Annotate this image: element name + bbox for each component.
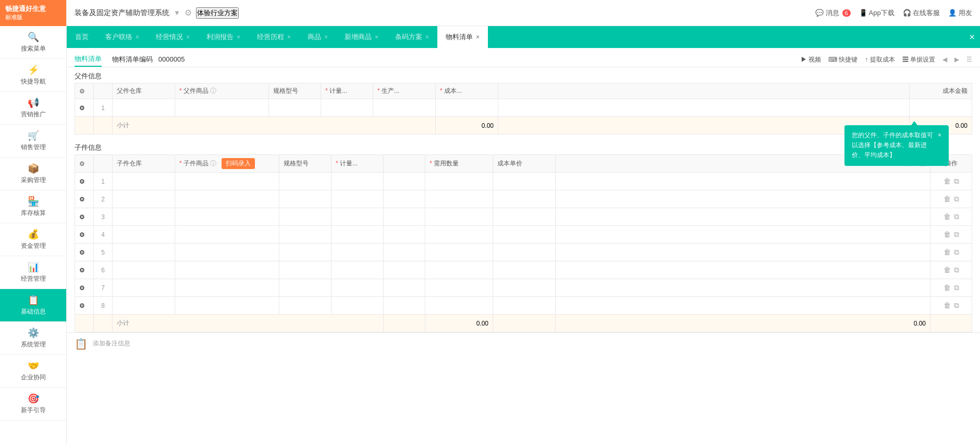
child-col-num [94, 155, 113, 173]
close-addgoods-tab[interactable]: × [375, 33, 378, 41]
close-operation-status-tab[interactable]: × [186, 33, 190, 41]
delete-row6-icon[interactable]: 🗑 [944, 266, 951, 274]
finance-icon: 💰 [28, 229, 39, 240]
tab-add-goods[interactable]: 新增商品 × [336, 26, 387, 48]
sidebar-label-basic: 基础信息 [21, 307, 46, 316]
nav-prev[interactable]: ◀ [942, 56, 947, 63]
sidebar-item-system[interactable]: ⚙️ 系统管理 [0, 322, 66, 355]
child-subtotal-quantity: 0.00 [425, 315, 493, 332]
parent-col-spec: 规格型号 [269, 83, 321, 99]
sidebar-item-finance[interactable]: 💰 资金管理 [0, 223, 66, 256]
extract-cost-btn[interactable]: ↑ 提取成本 [865, 55, 895, 64]
copy-row1-icon[interactable]: ⧉ [954, 177, 959, 186]
child-row1-warehouse[interactable] [113, 173, 175, 190]
tab-home[interactable]: 首页 [67, 26, 97, 48]
sidebar-item-inventory[interactable]: 🏪 库存核算 [0, 190, 66, 223]
copy-row7-icon[interactable]: ⧉ [954, 283, 959, 292]
dropdown-icon[interactable]: ▼ [174, 9, 180, 17]
tab-customer[interactable]: 客户联络 × [97, 26, 148, 48]
close-customer-tab[interactable]: × [136, 33, 139, 41]
child-row1-goods[interactable] [175, 173, 279, 190]
sidebar-item-guide[interactable]: 🎯 新手引导 [0, 388, 66, 421]
sidebar-item-quicknav[interactable]: ⚡ 快捷导航 [0, 59, 66, 92]
operation-icon: 📊 [28, 261, 39, 273]
tab-operation-history[interactable]: 经营历程 × [249, 26, 299, 48]
close-all-tabs[interactable]: × [964, 32, 980, 43]
parent-row1-unit[interactable] [321, 99, 373, 117]
sidebar-item-collab[interactable]: 🤝 企业协同 [0, 355, 66, 388]
note-icon[interactable]: 📋 [75, 338, 88, 350]
close-profit-tab[interactable]: × [237, 33, 240, 41]
tab-goods[interactable]: 商品 × [299, 26, 336, 48]
produce-star: * [377, 87, 382, 94]
sidebar-label-operation: 经营管理 [21, 274, 46, 283]
copy-row4-icon[interactable]: ⧉ [954, 230, 959, 239]
sidebar-item-operation[interactable]: 📊 经营管理 [0, 256, 66, 289]
copy-row3-icon[interactable]: ⧉ [954, 212, 959, 221]
tab-operation-status[interactable]: 经营情况 × [148, 26, 198, 48]
single-setting-btn[interactable]: ☰ 单据设置 [902, 55, 935, 64]
parent-col-num [94, 83, 113, 99]
video-icon: ▶ [801, 56, 807, 63]
close-barcode-tab[interactable]: × [425, 33, 429, 41]
parent-row1-gear[interactable]: ⚙ [75, 99, 94, 117]
parent-row1-num: 1 [94, 99, 113, 117]
layout-icon[interactable]: ☰ [966, 56, 972, 63]
delete-row3-icon[interactable]: 🗑 [944, 212, 951, 221]
user-area[interactable]: 👤 用友 [948, 8, 972, 18]
settings-icon[interactable]: ⚙ [185, 8, 192, 18]
child-row1-unitcost[interactable] [493, 173, 556, 190]
tab-barcode[interactable]: 条码方案 × [387, 26, 437, 48]
sub-tab-bom[interactable]: 物料清单 [75, 52, 102, 67]
sidebar-item-basic[interactable]: 📋 基础信息 [0, 289, 66, 322]
phone-icon: 📱 [859, 9, 867, 17]
parent-row1-goods[interactable] [175, 99, 269, 117]
message-item[interactable]: 💬 消息 6 [815, 8, 850, 18]
copy-row5-icon[interactable]: ⧉ [954, 248, 959, 257]
sidebar-item-search[interactable]: 🔍 搜索菜单 [0, 26, 66, 59]
header-left: 装备及固定资产辅助管理系统 ▼ ⚙ 体验行业方案 [75, 7, 239, 19]
close-bom-tab[interactable]: × [476, 33, 480, 41]
video-btn[interactable]: ▶ 视频 [801, 55, 821, 64]
logo-badge: 标准版 [5, 14, 46, 21]
sidebar-label-sales: 销售管理 [21, 143, 46, 152]
tooltip-close-btn[interactable]: × [938, 130, 941, 140]
parent-row1-cost[interactable] [436, 99, 498, 117]
parent-row1-spec[interactable] [269, 99, 321, 117]
delete-row5-icon[interactable]: 🗑 [944, 248, 951, 257]
trial-button[interactable]: 体验行业方案 [196, 7, 239, 19]
close-history-tab[interactable]: × [287, 33, 291, 41]
online-service[interactable]: 🎧 在线客服 [903, 8, 940, 18]
parent-row1-produce[interactable] [373, 99, 436, 117]
close-goods-tab[interactable]: × [324, 33, 328, 41]
shortcut-btn[interactable]: ⌨ 快捷键 [828, 55, 858, 64]
sidebar-item-sales[interactable]: 🛒 销售管理 [0, 125, 66, 158]
delete-row2-icon[interactable]: 🗑 [944, 195, 951, 203]
delete-row8-icon[interactable]: 🗑 [944, 301, 951, 310]
sidebar-item-marketing[interactable]: 📢 营销推广 [0, 92, 66, 125]
copy-row2-icon[interactable]: ⧉ [954, 195, 959, 203]
app-download[interactable]: 📱 App下载 [859, 8, 895, 18]
scan-button[interactable]: 扫码录入 [222, 158, 255, 169]
copy-row8-icon[interactable]: ⧉ [954, 301, 959, 310]
nav-next[interactable]: ▶ [954, 56, 959, 63]
sidebar-item-purchase[interactable]: 📦 采购管理 [0, 158, 66, 190]
child-row-2: ⚙ 2 🗑⧉ [75, 190, 972, 208]
sidebar-label-purchase: 采购管理 [21, 176, 46, 185]
message-badge: 6 [842, 9, 851, 17]
copy-row6-icon[interactable]: ⧉ [954, 266, 959, 274]
child-row1-unit[interactable] [332, 173, 384, 190]
child-row1-quantity[interactable] [425, 173, 493, 190]
tab-bom[interactable]: 物料清单 × [437, 26, 488, 48]
tooltip-line1: 您的父件、子件的成本取值可 [852, 131, 933, 139]
child-subtotal-row: 小计 0.00 0.00 [75, 315, 972, 332]
parent-row1-warehouse[interactable] [113, 99, 175, 117]
child-row1-spec[interactable] [279, 173, 332, 190]
delete-row1-icon[interactable]: 🗑 [944, 177, 951, 186]
child-row1-gear[interactable]: ⚙ [75, 173, 94, 190]
delete-row4-icon[interactable]: 🗑 [944, 230, 951, 239]
tab-profit-report[interactable]: 利润报告 × [198, 26, 249, 48]
parent-row-1: ⚙ 1 [75, 99, 972, 117]
child-table-wrapper: ⚙ 子件仓库 * 子件商品 ⓘ 扫码录入 规格型号 * 计量... [67, 154, 980, 332]
delete-row7-icon[interactable]: 🗑 [944, 283, 951, 292]
